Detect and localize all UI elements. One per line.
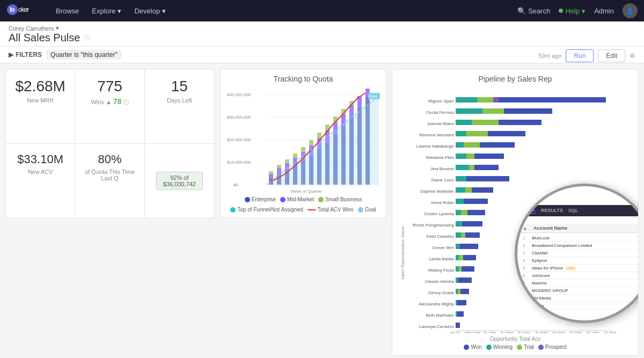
mag-row: 9Phi Media [517,295,639,302]
settings-icon[interactable]: ⚙ [630,52,635,60]
run-button[interactable]: Run [566,49,594,62]
svg-rect-78 [456,154,466,159]
kpi-quota: 80% of Quota This Time Last Q [75,144,144,218]
svg-rect-122 [458,289,460,294]
svg-rect-57 [456,97,477,103]
admin-link[interactable]: Admin [594,7,614,15]
svg-rect-79 [466,154,474,159]
svg-rect-59 [493,97,499,103]
svg-text:$2.50M: $2.50M [535,331,548,333]
svg-text:Lasonya Carrazco: Lasonya Carrazco [419,324,454,329]
mag-row: 6JobScore [517,272,639,280]
svg-text:Mignon Sparr: Mignon Sparr [428,99,454,104]
svg-rect-63 [482,108,504,114]
svg-text:$40,000,000: $40,000,000 [227,92,251,97]
svg-rect-71 [466,131,488,136]
quota-label: of Quota This Time Last Q [84,169,135,181]
legend-top-funnel: Top of Funnel/Not Assigned [230,207,303,213]
wins-value: 775 [84,78,135,95]
mag-row: 11Scanbuy [517,310,639,317]
svg-rect-41 [285,159,289,163]
avatar[interactable]: 👤 [623,3,638,18]
svg-rect-70 [456,131,466,136]
svg-rect-27 [277,168,281,173]
magnifier-rows: 1BlueLock 2Broadband Comparison Limited … [517,235,639,320]
mag-row: 4Epilyme [517,257,639,265]
svg-text:$4.00M: $4.00M [587,331,599,333]
favorite-icon[interactable]: ♡ [84,34,91,42]
kpi-mrr: $2.68M New MRR [6,69,75,144]
svg-text:Kelsi Casados: Kelsi Casados [427,234,454,239]
svg-text:Remona Woodard: Remona Woodard [419,133,454,137]
svg-rect-114 [456,266,459,272]
acv-value: $33.10M [14,152,66,166]
nav-browse[interactable]: Browse [49,0,85,21]
svg-rect-39 [269,171,273,174]
svg-text:Joannie Blaho: Joannie Blaho [427,121,454,126]
svg-rect-121 [456,289,458,294]
svg-rect-128 [456,311,457,317]
magnifier-tab-data[interactable]: DATA [523,208,536,214]
filter-chip[interactable]: Quarter is "this quarter" [46,50,122,60]
svg-rect-104 [461,232,465,238]
quota-value: 80% [84,152,135,166]
main-grid: $2.68M New MRR 775 Wins ▲ 78 ⓘ 15 Days L… [0,63,644,358]
svg-text:$0.00: $0.00 [451,331,460,333]
svg-text:Classie Hersha: Classie Hersha [425,279,455,284]
nav-explore[interactable]: Explore ▾ [85,0,128,21]
svg-rect-45 [317,133,321,138]
kpi-days: 15 Days Left [145,69,214,144]
svg-rect-67 [472,120,499,125]
svg-rect-111 [459,255,463,260]
kpi-acv: $33.10M New ACV [6,144,75,218]
svg-rect-103 [456,232,461,238]
svg-text:Week of Quarter: Week of Quarter [291,189,323,194]
svg-text:Cristen Lynema: Cristen Lynema [424,211,454,216]
svg-text:Alessandra Mighty: Alessandra Mighty [419,302,454,306]
svg-text:$500.00K: $500.00K [465,331,481,333]
svg-text:Daphne Bolander: Daphne Bolander [421,189,455,194]
tracking-to-quota-panel: Tracking to Quota $40,000,000 $30,000,00… [220,69,386,218]
search-button[interactable]: 🔍 Search [517,7,550,15]
svg-text:Goal: Goal [369,94,377,98]
svg-text:Denny Grade: Denny Grade [428,290,454,295]
svg-text:Cecila Ferruso: Cecila Ferruso [426,110,455,115]
svg-rect-58 [477,97,493,103]
mag-row: 8MODERO GROUP [517,287,639,295]
tracking-chart: $40,000,000 $30,000,000 $20,000,000 $10,… [226,86,382,194]
svg-rect-44 [309,140,313,145]
last-run-time: 59m ago [538,53,561,59]
mag-row: 3ClarMail [517,250,639,257]
svg-text:oker: oker [18,6,29,13]
nav-right: 🔍 Search Help ▾ Admin 👤 [517,3,638,18]
legend-midmarket: Mid-Market [280,196,314,202]
quota-sub-label: 92% of $36,030,742 [156,172,203,190]
svg-rect-130 [456,323,460,328]
svg-rect-82 [456,165,469,170]
edit-button[interactable]: Edit [598,49,625,62]
svg-rect-86 [456,176,466,181]
status-dot [559,9,563,13]
magnifier-header: DATA RESULTS SQL [517,205,639,216]
kpi-grid: $2.68M New MRR 775 Wins ▲ 78 ⓘ 15 Days L… [5,69,215,218]
svg-text:Leanne Hattabaugh: Leanne Hattabaugh [416,144,454,149]
magnifier-tab-sql[interactable]: SQL [568,208,579,214]
svg-rect-62 [456,108,482,114]
svg-text:lo: lo [10,6,14,13]
filter-expand-icon[interactable]: ▶ [9,51,13,59]
legend-enterprise: Enterprise [245,196,276,202]
svg-rect-26 [269,174,273,178]
header-actions: 59m ago Run Edit ⚙ [538,49,635,62]
svg-text:Melany Foust: Melany Foust [428,268,455,273]
nav-bar: lo oker Browse Explore ▾ Develop ▾ 🔍 Sea… [0,0,644,21]
logo[interactable]: lo oker [6,4,39,18]
nav-develop[interactable]: Develop ▾ [128,0,172,21]
svg-text:$4.50M: $4.50M [604,331,617,333]
svg-rect-97 [461,210,467,215]
magnifier-tab-results[interactable]: RESULTS [541,208,563,214]
search-icon: 🔍 [517,7,526,15]
svg-text:Sales Representative Name: Sales Representative Name [400,226,405,280]
filters-label: ▶ FILTERS [9,51,42,59]
help-button[interactable]: Help ▾ [559,7,586,15]
user-breadcrumb[interactable]: Corey Carruthers ▾ [9,25,635,32]
